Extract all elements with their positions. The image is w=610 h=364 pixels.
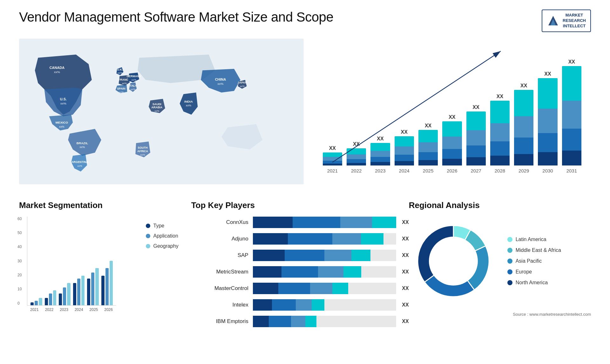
- svg-text:xx%: xx%: [240, 85, 245, 88]
- seg-y-label-10: 10: [17, 287, 22, 291]
- logo-line2: RESEARCH: [563, 18, 586, 23]
- seg-bar-3-0: [73, 283, 76, 305]
- bar-seg-7-2: [490, 141, 510, 156]
- seg-y-label-60: 60: [17, 217, 22, 221]
- seg-bar-1-1: [49, 293, 52, 305]
- bar-seg-3-3: [395, 161, 414, 165]
- player-bar-seg-0-3: [372, 217, 396, 228]
- bar-stack-0: [323, 152, 342, 165]
- seg-bar-3-2: [81, 276, 85, 305]
- bar-seg-2-1: [370, 151, 390, 157]
- bar-x-label-3: 2024: [395, 168, 414, 173]
- svg-text:xx%: xx%: [122, 82, 127, 85]
- player-bar-seg-3-0: [253, 266, 281, 278]
- bar-seg-5-3: [442, 159, 462, 165]
- legend-north-america: North America: [507, 280, 561, 286]
- svg-text:GERMANY: GERMANY: [126, 74, 141, 78]
- legend-north-america-dot: [507, 280, 512, 285]
- bar-stack-6: [466, 111, 486, 165]
- svg-text:xx%: xx%: [119, 91, 124, 94]
- player-name-5: Intelex: [191, 302, 248, 308]
- seg-bar-2-2: [67, 283, 70, 305]
- bar-seg-2-3: [370, 162, 390, 165]
- player-bar-fill-5: [253, 299, 325, 311]
- seg-group-1: [45, 290, 57, 305]
- bar-seg-1-2: [347, 159, 366, 163]
- legend-geography-label: Geography: [153, 243, 179, 249]
- legend-europe-label: Europe: [516, 269, 532, 275]
- bar-seg-1-1: [347, 154, 366, 159]
- bar-seg-3-0: [395, 136, 414, 146]
- legend-north-america-label: North America: [516, 280, 548, 286]
- seg-bar-0-2: [39, 298, 42, 305]
- regional-legend: Latin America Middle East & Africa Asia …: [507, 237, 561, 286]
- legend-asia-pacific-label: Asia Pacific: [516, 258, 542, 264]
- bar-x-labels: 2021202220232024202520262027202820292030…: [323, 168, 581, 173]
- seg-bar-5-2: [110, 261, 113, 305]
- player-bar-seg-2-3: [351, 250, 370, 261]
- player-name-0: ConnXus: [191, 219, 248, 226]
- bar-group-2022: XX: [347, 141, 366, 165]
- seg-y-label-0: 0: [17, 301, 22, 306]
- bar-group-2031: XX: [562, 59, 581, 165]
- player-bar-container-3: XX: [253, 266, 396, 278]
- bar-seg-6-2: [466, 145, 486, 157]
- players-container: Top Key Players ConnXusXXAdjunoXXSAPXXMe…: [191, 197, 396, 364]
- svg-text:ARGENTINA: ARGENTINA: [71, 160, 89, 164]
- legend-latin-america-dot: [507, 237, 512, 242]
- seg-y-label-40: 40: [17, 245, 22, 249]
- bar-seg-1-0: [347, 148, 366, 154]
- player-bar-container-1: XX: [253, 233, 396, 245]
- bar-seg-9-1: [538, 109, 557, 133]
- logo-line1: MARKET: [566, 13, 583, 17]
- bar-value-3: XX: [401, 129, 408, 135]
- player-bar-value-6: XX: [402, 319, 409, 324]
- bar-seg-7-3: [490, 156, 510, 165]
- player-bar-track-1: XX: [253, 233, 396, 245]
- bar-chart-inner: XXXXXXXXXXXXXXXXXXXXXX 20212022202320242…: [323, 45, 581, 169]
- bar-group-2029: XX: [514, 83, 533, 165]
- player-name-2: SAP: [191, 252, 248, 259]
- seg-bar-5-0: [101, 276, 105, 305]
- bar-x-label-2: 2023: [370, 168, 390, 173]
- regional-title: Regional Analysis: [409, 200, 591, 210]
- seg-legend: Type Application Geography: [146, 217, 179, 249]
- player-bar-container-4: XX: [253, 283, 396, 294]
- bar-value-10: XX: [568, 59, 575, 65]
- bar-value-8: XX: [520, 83, 527, 89]
- bar-seg-10-2: [562, 129, 581, 151]
- bar-group-2030: XX: [538, 71, 557, 165]
- seg-group-5: [101, 261, 113, 305]
- seg-bar-4-1: [91, 273, 94, 305]
- bar-stack-4: [418, 130, 438, 165]
- legend-middle-east-dot: [507, 248, 512, 253]
- seg-group-2: [59, 283, 71, 305]
- player-bar-value-2: XX: [402, 253, 409, 258]
- legend-latin-america: Latin America: [507, 237, 561, 242]
- bar-seg-4-2: [418, 152, 438, 160]
- player-bar-fill-1: [253, 233, 383, 245]
- player-bar-seg-2-2: [324, 250, 351, 261]
- bar-value-5: XX: [449, 114, 455, 120]
- seg-y-label-50: 50: [17, 231, 22, 235]
- player-bar-seg-6-3: [305, 316, 316, 327]
- bar-seg-4-1: [418, 142, 438, 152]
- player-name-1: Adjuno: [191, 236, 248, 242]
- seg-x-2026: 2026: [104, 307, 113, 312]
- player-bar-seg-4-3: [332, 283, 348, 294]
- bar-stack-5: [442, 121, 462, 165]
- legend-application-dot: [146, 234, 150, 238]
- bar-seg-8-0: [514, 90, 533, 116]
- player-bar-seg-0-1: [293, 217, 340, 228]
- bar-seg-0-0: [323, 152, 342, 157]
- header: Vendor Management Software Market Size a…: [19, 10, 591, 32]
- bar-seg-2-0: [370, 143, 390, 151]
- player-bar-seg-4-0: [253, 283, 278, 294]
- player-bar-value-1: XX: [402, 236, 409, 242]
- player-row-2: SAPXX: [191, 250, 396, 261]
- bar-group-2028: XX: [490, 94, 510, 165]
- player-bar-seg-1-0: [253, 233, 288, 245]
- bar-chart-container: XXXXXXXXXXXXXXXXXXXXXX 20212022202320242…: [316, 38, 591, 185]
- bar-group-2023: XX: [370, 136, 390, 165]
- bar-value-4: XX: [425, 123, 431, 129]
